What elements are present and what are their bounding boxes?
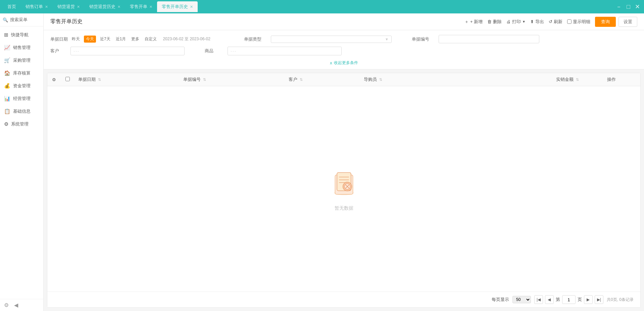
show-detail-checkbox[interactable]: 显示明细 — [567, 19, 590, 25]
add-button[interactable]: ＋ + 新增 — [464, 19, 483, 25]
empty-state: 暂无数据 — [47, 86, 640, 292]
sidebar-collapse-icon[interactable]: ◀ — [14, 302, 18, 308]
page-size-label: 每页显示 — [492, 297, 509, 303]
print-dropdown-icon: ▼ — [522, 20, 526, 23]
sidebar-settings-icon[interactable]: ⚙ — [4, 302, 9, 308]
date-btn-today[interactable]: 今天 — [84, 36, 96, 43]
sort-icon-number[interactable]: ⇅ — [203, 77, 206, 82]
sidebar-label: 资金管理 — [13, 83, 31, 89]
page-suffix: 页 — [578, 297, 582, 303]
maximize-button[interactable]: □ — [627, 3, 630, 10]
quick-nav-icon: ⊞ — [4, 32, 8, 38]
export-button[interactable]: ⬆ 导出 — [530, 19, 544, 25]
collapse-button[interactable]: ∧ 收起更多条件 — [330, 60, 358, 66]
delete-button[interactable]: 🗑 删除 — [487, 19, 502, 25]
date-btn-yesterday[interactable]: 昨天 — [70, 36, 81, 43]
sort-icon-date[interactable]: ⇅ — [98, 77, 101, 82]
select-all-checkbox[interactable] — [65, 77, 70, 81]
close-icon[interactable]: ✕ — [117, 5, 120, 9]
refresh-icon: ↺ — [549, 19, 552, 24]
close-icon[interactable]: ✕ — [149, 5, 152, 9]
date-btn-last-month[interactable]: 近1月 — [114, 36, 128, 43]
close-icon[interactable]: ✕ — [77, 5, 80, 9]
system-mgmt-icon: ⚙ — [4, 121, 8, 127]
delete-icon: 🗑 — [487, 19, 492, 24]
sidebar-label: 经营管理 — [13, 96, 31, 102]
page-nav: |◀ ◀ 第 页 ▶ ▶| — [534, 295, 603, 304]
pagination-bar: 每页显示 50 10 20 100 |◀ ◀ 第 页 ▶ ▶| 共0页, 0条记… — [47, 292, 640, 307]
collapse-icon: ∧ — [330, 61, 333, 65]
doc-type-dropdown[interactable]: ▼ — [271, 36, 392, 43]
sidebar-bottom: ⚙ ◀ — [0, 299, 43, 311]
sidebar-item-sales-mgmt[interactable]: 📈 销售管理 — [0, 41, 43, 54]
tab-sales-order[interactable]: 销售订单 ✕ — [21, 1, 53, 12]
first-page-button[interactable]: |◀ — [534, 295, 543, 304]
page-title: 零售开单历史 — [50, 18, 83, 25]
base-info-icon: 📋 — [4, 108, 10, 114]
customer-select[interactable]: ··· — [70, 47, 185, 55]
header-actions: ＋ + 新增 🗑 删除 🖨 打印 ▼ ⬆ 导出 ↺ — [464, 17, 637, 27]
col-salesperson: 导购员 ⇅ — [360, 73, 450, 86]
next-page-button[interactable]: ▶ — [584, 295, 593, 304]
tab-sales-return[interactable]: 销货退货 ✕ — [53, 1, 85, 12]
sidebar-item-operations[interactable]: 📊 经营管理 — [0, 92, 43, 105]
tab-retail-open[interactable]: 零售开单 ✕ — [125, 1, 157, 12]
sidebar-item-quick-nav[interactable]: ⊞ 快捷导航 — [0, 29, 43, 41]
sidebar-item-inventory[interactable]: 🏠 库存核算 — [0, 67, 43, 80]
tab-retail-history[interactable]: 零售开单历史 ✕ — [157, 1, 198, 12]
col-ops: 操作 — [583, 73, 640, 86]
inventory-icon: 🏠 — [4, 70, 10, 76]
sidebar-label: 基础信息 — [13, 108, 31, 114]
sales-mgmt-icon: 📈 — [4, 45, 10, 51]
close-icon[interactable]: ✕ — [190, 5, 193, 9]
show-detail-input[interactable] — [567, 19, 572, 24]
date-btn-more[interactable]: 更多 — [130, 36, 141, 43]
page-input[interactable] — [562, 295, 576, 304]
date-btn-custom[interactable]: 自定义 — [143, 36, 158, 43]
empty-text: 暂无数据 — [335, 205, 353, 211]
page-total: 共0页, 0条记录 — [607, 297, 634, 303]
last-page-button[interactable]: ▶| — [595, 295, 603, 304]
setting-button[interactable]: 设置 — [618, 17, 637, 27]
tab-sales-return-history[interactable]: 销货退货历史 ✕ — [85, 1, 125, 12]
tab-home[interactable]: 首页 — [3, 1, 21, 12]
main-table: ⚙ 单据日期 ⇅ 单据编号 ⇅ — [47, 73, 640, 86]
col-empty — [450, 73, 478, 86]
page-size-select[interactable]: 50 10 20 100 — [512, 296, 531, 303]
col-number: 单据编号 ⇅ — [179, 73, 284, 86]
doc-number-input[interactable] — [439, 35, 539, 43]
sort-icon-customer[interactable]: ⇅ — [300, 77, 303, 82]
sort-icon-salesperson[interactable]: ⇅ — [379, 77, 382, 82]
close-icon[interactable]: ✕ — [45, 5, 48, 9]
filter-row-2: 客户 ··· 商品 ··· — [50, 47, 637, 55]
empty-illustration — [327, 166, 361, 200]
close-button[interactable]: ✕ — [635, 3, 640, 10]
sidebar-menu: ⊞ 快捷导航 📈 销售管理 🛒 采购管理 🏠 库存核算 💰 资金管理 📊 — [0, 27, 43, 299]
checkbox-col-header — [61, 73, 74, 86]
column-settings-icon[interactable]: ⚙ — [52, 77, 56, 82]
purchase-mgmt-icon: 🛒 — [4, 57, 10, 63]
product-label: 商品 — [205, 48, 225, 54]
page-label: 第 — [556, 297, 560, 303]
sort-icon-amount[interactable]: ⇅ — [576, 77, 579, 82]
minimize-button[interactable]: － — [616, 3, 622, 11]
date-btn-last7[interactable]: 近7天 — [99, 36, 112, 43]
col-customer: 客户 ⇅ — [285, 73, 360, 86]
content-area: 零售开单历史 ＋ + 新增 🗑 删除 🖨 打印 ▼ ⬆ 导出 — [44, 13, 644, 311]
refresh-button[interactable]: ↺ 刷新 — [549, 19, 562, 25]
filter-row-1: 单据日期 昨天 今天 近7天 近1月 更多 自定义 2023-06-02 至 2… — [50, 35, 637, 43]
date-options: 昨天 今天 近7天 近1月 更多 自定义 — [70, 36, 158, 43]
prev-page-button[interactable]: ◀ — [545, 295, 554, 304]
product-select[interactable]: ··· — [228, 47, 342, 55]
sidebar-item-system-mgmt[interactable]: ⚙ 系统管理 — [0, 118, 43, 131]
customer-label: 客户 — [50, 48, 70, 54]
doc-type-label: 单据类型 — [244, 36, 264, 42]
sidebar-item-finance[interactable]: 💰 资金管理 — [0, 80, 43, 92]
sidebar-item-base-info[interactable]: 📋 基础信息 — [0, 105, 43, 118]
query-button[interactable]: 查询 — [595, 17, 616, 27]
settings-col-header: ⚙ — [47, 73, 61, 86]
sidebar-item-purchase-mgmt[interactable]: 🛒 采购管理 — [0, 54, 43, 67]
table-header-row: ⚙ 单据日期 ⇅ 单据编号 ⇅ — [47, 73, 640, 86]
print-button[interactable]: 🖨 打印 ▼ — [506, 19, 526, 25]
sidebar-search[interactable]: 🔍 搜索采单 — [0, 13, 43, 27]
